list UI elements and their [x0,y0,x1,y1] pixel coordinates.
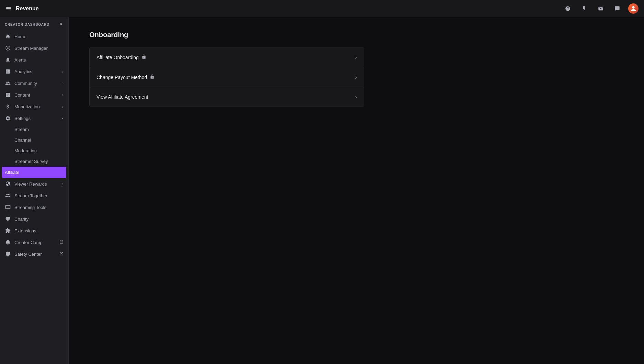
sidebar-sublabel-affiliate: Affiliate [5,170,64,175]
community-chevron: › [62,81,64,85]
svg-point-0 [7,47,9,49]
home-icon [5,34,11,39]
lightning-icon[interactable] [579,3,590,14]
stream-manager-icon [5,45,11,51]
sidebar-label-streaming-tools: Streaming Tools [14,205,64,210]
onboarding-item-view-agreement[interactable]: View Affiliate Agreement › [90,87,364,107]
safety-center-external-icon [59,252,64,256]
change-payout-chevron: › [355,75,357,80]
sidebar-item-analytics[interactable]: Analytics › [0,66,68,77]
sidebar-label-viewer-rewards: Viewer Rewards [14,181,59,187]
onboarding-item-left-affiliate: Affiliate Onboarding [97,54,146,60]
viewer-rewards-icon [5,181,11,187]
charity-icon [5,216,11,222]
top-nav-left: Revenue [5,5,39,12]
extensions-icon [5,228,11,233]
help-icon[interactable] [562,3,573,14]
sidebar: CREATOR DASHBOARD Home Stream Manager Al… [0,17,69,364]
collapse-sidebar-icon[interactable] [58,21,64,28]
chat-icon[interactable] [612,3,623,14]
sidebar-sublabel-streamer-survey: Streamer Survey [14,159,48,164]
sidebar-item-stream-manager[interactable]: Stream Manager [0,42,68,54]
top-nav: Revenue [0,0,644,17]
view-agreement-chevron: › [355,94,357,100]
change-payout-lock-icon [150,74,155,80]
sidebar-subitem-streamer-survey[interactable]: Streamer Survey [0,156,68,167]
sidebar-label-stream-together: Stream Together [14,193,64,198]
sidebar-label-monetization: Monetization [14,104,59,109]
sidebar-item-monetization[interactable]: Monetization › [0,101,68,112]
mail-icon[interactable] [595,3,606,14]
monetization-chevron: › [62,104,64,109]
page-title: Onboarding [89,31,623,39]
creator-camp-external-icon [59,240,64,245]
onboarding-list: Affiliate Onboarding › Change Payout Met… [89,47,364,107]
viewer-rewards-chevron: › [62,182,64,186]
sidebar-label-safety-center: Safety Center [14,252,56,257]
app-title: Revenue [16,5,39,12]
avatar[interactable] [628,3,639,14]
sidebar-label-analytics: Analytics [14,69,59,74]
sidebar-subitem-channel[interactable]: Channel [0,135,68,145]
menu-icon[interactable] [5,5,12,12]
sidebar-label-community: Community [14,81,59,86]
content-icon [5,92,11,98]
monetization-icon [5,104,11,109]
sidebar-subitem-moderation[interactable]: Moderation [0,145,68,156]
sidebar-sublabel-moderation: Moderation [14,148,37,153]
sidebar-item-charity[interactable]: Charity [0,213,68,225]
affiliate-onboarding-chevron: › [355,55,357,60]
sidebar-label-creator-camp: Creator Camp [14,240,56,245]
streaming-tools-icon [5,205,11,210]
sidebar-item-stream-together[interactable]: Stream Together [0,190,68,201]
community-icon [5,80,11,86]
sidebar-sublabel-stream: Stream [14,127,29,132]
main-content: Onboarding Affiliate Onboarding › Change… [69,17,644,364]
sidebar-item-alerts[interactable]: Alerts [0,54,68,66]
sidebar-label-settings: Settings [14,116,59,121]
alerts-icon [5,57,11,63]
sidebar-item-home[interactable]: Home [0,31,68,42]
sidebar-item-community[interactable]: Community › [0,77,68,89]
creator-camp-icon [5,240,11,245]
analytics-icon [5,69,11,74]
safety-center-icon [5,251,11,257]
sidebar-label-extensions: Extensions [14,228,64,233]
sidebar-label-content: Content [14,92,59,98]
sidebar-header-label: CREATOR DASHBOARD [5,23,49,26]
layout: CREATOR DASHBOARD Home Stream Manager Al… [0,17,644,364]
sidebar-header: CREATOR DASHBOARD [0,17,68,31]
top-nav-right [562,3,639,14]
sidebar-item-content[interactable]: Content › [0,89,68,101]
sidebar-subitem-stream[interactable]: Stream [0,124,68,135]
settings-icon [5,115,11,121]
sidebar-item-viewer-rewards[interactable]: Viewer Rewards › [0,178,68,190]
sidebar-label-home: Home [14,34,64,39]
onboarding-item-change-payout[interactable]: Change Payout Method › [90,67,364,87]
affiliate-onboarding-lock-icon [142,54,146,60]
onboarding-item-affiliate-onboarding[interactable]: Affiliate Onboarding › [90,47,364,67]
onboarding-item-left-agreement: View Affiliate Agreement [97,94,148,100]
change-payout-label: Change Payout Method [97,75,147,80]
stream-together-icon [5,193,11,198]
sidebar-item-creator-camp[interactable]: Creator Camp [0,236,68,248]
sidebar-item-extensions[interactable]: Extensions [0,225,68,236]
analytics-chevron: › [62,69,64,74]
sidebar-item-streaming-tools[interactable]: Streaming Tools [0,201,68,213]
sidebar-label-alerts: Alerts [14,57,64,63]
settings-chevron: › [61,118,65,119]
sidebar-label-stream-manager: Stream Manager [14,46,64,51]
sidebar-item-safety-center[interactable]: Safety Center [0,248,68,260]
onboarding-item-left-payout: Change Payout Method [97,74,155,80]
content-chevron: › [62,93,64,97]
sidebar-item-settings[interactable]: Settings › [0,112,68,124]
sidebar-sublabel-channel: Channel [14,137,31,143]
view-agreement-label: View Affiliate Agreement [97,94,148,100]
affiliate-onboarding-label: Affiliate Onboarding [97,55,139,60]
sidebar-subitem-affiliate[interactable]: Affiliate [2,167,66,178]
sidebar-label-charity: Charity [14,217,64,222]
